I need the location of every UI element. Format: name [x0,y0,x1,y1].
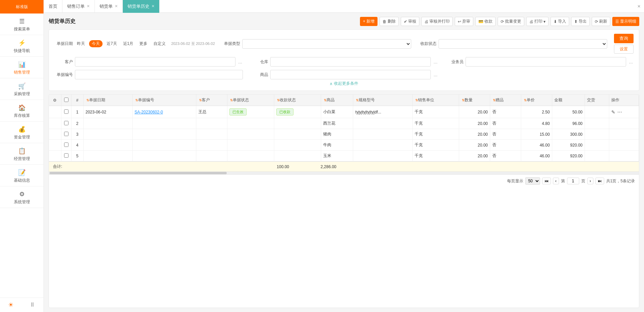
sidebar-item-basic-info[interactable]: 📝 基础信息 [0,165,44,186]
row-spec [353,118,412,129]
collect-button[interactable]: 💳 收款 [475,17,496,26]
date-btn-yesterday[interactable]: 昨天 [75,40,87,47]
sidebar-bottom-icon2[interactable]: ⏸ [29,301,35,309]
new-button[interactable]: + 新增 [360,17,377,26]
doc-no-link[interactable]: SA-20230602-0 [135,110,163,114]
row-action [609,140,639,151]
customer-ellipsis-btn[interactable]: ... [237,59,243,64]
prev-page-button[interactable]: ‹ [553,178,559,184]
doc-type-select[interactable] [242,39,411,49]
last-page-button[interactable]: ⏭ [595,178,604,184]
show-detail-button[interactable]: ☰ 显示明细 [612,17,639,26]
data-table: ⚙ # ⇅单据日期 ⇅单据编号 ⇅客户 ⇅单据状态 ⇅收款状态 ⇅商品 ⇅规格型… [49,95,639,161]
row-checkbox[interactable] [64,153,68,158]
row-doc-no[interactable] [132,151,196,161]
first-page-button[interactable]: ⏮ [542,178,551,184]
more-icon[interactable]: ⋯ [617,109,622,115]
col-header-doc-date[interactable]: ⇅单据日期 [83,95,132,106]
col-header-collect-status[interactable]: ⇅收款状态 [274,95,321,106]
page-number-input[interactable] [567,178,579,184]
goods-input[interactable] [270,70,431,79]
print-button[interactable]: 🖨 打印 ▾ [526,17,549,26]
settings-button[interactable]: 设置 [614,45,634,54]
sidebar-item-finance[interactable]: 💰 资金管理 [0,122,44,143]
delete-button[interactable]: 🗑 删除 [380,17,399,26]
tab-sales-goods-close[interactable]: ✕ [115,4,118,8]
refresh-button[interactable]: ⟳ 刷新 [592,17,610,26]
abandon-button[interactable]: ↩ 弃审 [455,17,473,26]
row-check[interactable] [61,140,71,151]
row-checkbox[interactable] [64,142,68,147]
tab-sales-goods[interactable]: 销货单 ✕ [95,0,123,13]
col-header-customer[interactable]: ⇅客户 [196,95,227,106]
table-scroll[interactable]: ⚙ # ⇅单据日期 ⇅单据编号 ⇅客户 ⇅单据状态 ⇅收款状态 ⇅商品 ⇅规格型… [49,95,639,161]
audit-button[interactable]: ✔ 审核 [401,17,419,26]
sidebar-item-quick-nav[interactable]: ⚡ 快捷导航 [0,35,44,57]
window-close-icon[interactable]: ✕ [637,4,641,9]
export-button[interactable]: ⬆ 导出 [571,17,590,26]
col-header-spec[interactable]: ⇅规格型号 [353,95,412,106]
per-page-select[interactable]: 50 [525,177,540,185]
col-header-doc-status[interactable]: ⇅单据状态 [227,95,274,106]
audit-icon: ✔ [404,19,407,24]
col-header-gear[interactable]: ⚙ [49,95,61,106]
row-doc-no[interactable]: SA-20230602-0 [132,106,196,118]
row-check[interactable] [61,106,71,118]
tab-home-label: 首页 [49,3,57,9]
row-doc-no[interactable] [132,118,196,129]
query-button[interactable]: 查询 [614,34,634,43]
row-check[interactable] [61,151,71,161]
row-check[interactable] [61,129,71,140]
sidebar-item-inventory[interactable]: 🏠 库存核算 [0,100,44,122]
col-header-quantity[interactable]: ⇅数量 [459,95,490,106]
customer-input[interactable] [75,57,235,67]
tab-sales-history[interactable]: 销货单历史 ✕ [123,0,160,13]
date-btn-1month[interactable]: 近1月 [121,40,136,47]
row-checkbox[interactable] [64,109,68,114]
sidebar-bottom-icon1[interactable]: ☀ [8,301,13,309]
tab-sales-order-close[interactable]: ✕ [87,4,90,8]
salesperson-input[interactable] [466,57,626,67]
warehouse-input[interactable] [270,57,431,67]
row-num: 2 [71,118,83,129]
sidebar-item-sales-mgmt[interactable]: 📊 销售管理 [0,57,44,78]
col-header-doc-no[interactable]: ⇅单据编号 [132,95,196,106]
docno-input[interactable] [75,70,243,79]
edit-icon[interactable]: ✎ [611,109,615,115]
collect-status-select[interactable] [439,39,607,49]
date-btn-custom[interactable]: 自定义 [151,40,168,47]
sidebar-item-search-menu[interactable]: ☰ 搜索菜单 [0,14,44,35]
col-header-sales-unit[interactable]: ⇅销售单位 [412,95,459,106]
col-header-gift[interactable]: ⇅赠品 [490,95,521,106]
select-all-checkbox[interactable] [64,98,68,102]
date-btn-more[interactable]: 更多 [137,40,149,47]
row-doc-no[interactable] [132,129,196,140]
sidebar-item-sys-mgmt[interactable]: ⚙ 系统管理 [0,186,44,208]
audit-print-button[interactable]: 🖨 审核并打印 [421,17,453,26]
sidebar-item-ops-mgmt[interactable]: 📋 经营管理 [0,143,44,165]
batch-change-button[interactable]: ⟳ 批量变更 [498,17,524,26]
filter-collapse[interactable]: ∧ 收起更多条件 [54,81,634,86]
row-checkbox[interactable] [64,132,68,136]
row-amount: 50.00 [552,106,585,118]
row-checkbox[interactable] [64,121,68,125]
import-button[interactable]: ⬇ 导入 [551,17,569,26]
tab-home[interactable]: 首页 [44,0,62,13]
row-amount: 300.00 [552,129,585,140]
row-doc-no[interactable] [132,140,196,151]
row-check[interactable] [61,118,71,129]
col-header-goods[interactable]: ⇅商品 [321,95,353,106]
goods-ellipsis-btn[interactable]: ... [433,72,438,77]
date-btn-7days[interactable]: 近7天 [105,40,119,47]
col-header-check[interactable] [61,95,71,106]
tab-sales-order[interactable]: 销售订单 ✕ [62,0,95,13]
date-btn-today[interactable]: 今天 [89,40,103,47]
sidebar-item-purchase-mgmt[interactable]: 🛒 采购管理 [0,78,44,100]
sales-mgmt-icon: 📊 [18,61,26,68]
col-header-unit-price[interactable]: ⇅单价 [521,95,552,106]
next-page-button[interactable]: › [587,178,593,184]
filter-panel: 单据日期 昨天 今天 近7天 近1月 更多 自定义 2023-06-02 至 2… [49,29,639,91]
salesperson-ellipsis-btn[interactable]: ... [628,59,634,64]
warehouse-ellipsis-btn[interactable]: ... [433,59,438,64]
tab-sales-history-close[interactable]: ✕ [151,4,155,8]
